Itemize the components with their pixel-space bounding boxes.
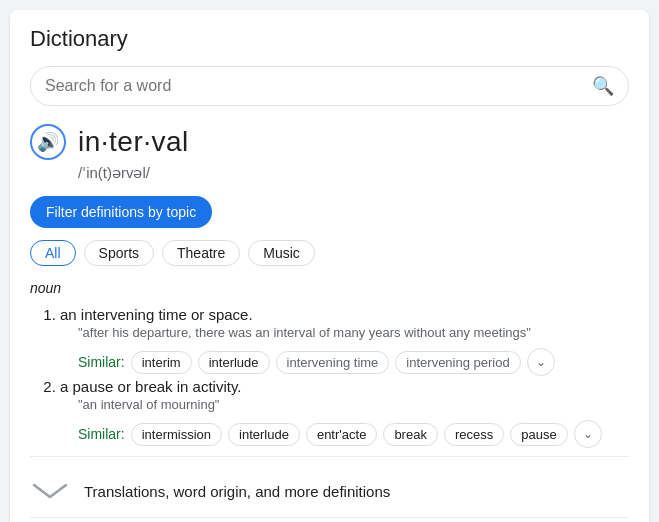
speaker-icon: 🔊	[37, 131, 59, 153]
expand-similar-button[interactable]: ⌄	[574, 420, 602, 448]
similar-tag[interactable]: recess	[444, 423, 504, 446]
similar-row: Similar:interiminterludeintervening time…	[78, 348, 629, 376]
topic-tag-all[interactable]: All	[30, 240, 76, 266]
part-of-speech: noun	[30, 280, 629, 296]
definition-text: a pause or break in activity.	[60, 378, 241, 395]
translations-label: Translations, word origin, and more defi…	[84, 483, 390, 500]
search-input[interactable]	[45, 77, 592, 95]
pronunciation: /ˈin(t)ərvəl/	[78, 164, 629, 182]
similar-tag[interactable]: pause	[510, 423, 567, 446]
similar-tag[interactable]: interlude	[198, 351, 270, 374]
speaker-button[interactable]: 🔊	[30, 124, 66, 160]
definitions-list: an intervening time or space."after his …	[38, 306, 629, 448]
topic-tag-sports[interactable]: Sports	[84, 240, 154, 266]
divider	[30, 456, 629, 457]
similar-tag[interactable]: break	[383, 423, 438, 446]
word-section: 🔊 in·ter·val	[30, 124, 629, 160]
card-footer: From Oxford Feedback	[30, 517, 629, 522]
translations-chevron-icon	[30, 479, 70, 503]
definition-item-1: an intervening time or space."after his …	[60, 306, 629, 376]
definition-example: "after his departure, there was an inter…	[78, 325, 629, 340]
definition-item-2: a pause or break in activity."an interva…	[60, 378, 629, 448]
similar-label: Similar:	[78, 426, 125, 442]
topic-tags: AllSportsTheatreMusic	[30, 240, 629, 266]
topic-tag-theatre[interactable]: Theatre	[162, 240, 240, 266]
definition-example: "an interval of mourning"	[78, 397, 629, 412]
similar-tag[interactable]: intermission	[131, 423, 222, 446]
similar-tag[interactable]: intervening period	[395, 351, 520, 374]
similar-tag[interactable]: entr'acte	[306, 423, 377, 446]
similar-tag[interactable]: interlude	[228, 423, 300, 446]
similar-label: Similar:	[78, 354, 125, 370]
search-bar: 🔍	[30, 66, 629, 106]
similar-tag[interactable]: intervening time	[276, 351, 390, 374]
filter-button[interactable]: Filter definitions by topic	[30, 196, 212, 228]
expand-similar-button[interactable]: ⌄	[527, 348, 555, 376]
translations-row[interactable]: Translations, word origin, and more defi…	[30, 465, 629, 517]
definitions-ol: an intervening time or space."after his …	[38, 306, 629, 448]
word-display: in·ter·val	[78, 126, 189, 158]
similar-row: Similar:intermissioninterludeentr'actebr…	[78, 420, 629, 448]
definition-text: an intervening time or space.	[60, 306, 253, 323]
topic-tag-music[interactable]: Music	[248, 240, 315, 266]
dictionary-card: Dictionary 🔍 🔊 in·ter·val /ˈin(t)ərvəl/ …	[10, 10, 649, 522]
page-title: Dictionary	[30, 26, 629, 52]
search-icon[interactable]: 🔍	[592, 75, 614, 97]
similar-tag[interactable]: interim	[131, 351, 192, 374]
